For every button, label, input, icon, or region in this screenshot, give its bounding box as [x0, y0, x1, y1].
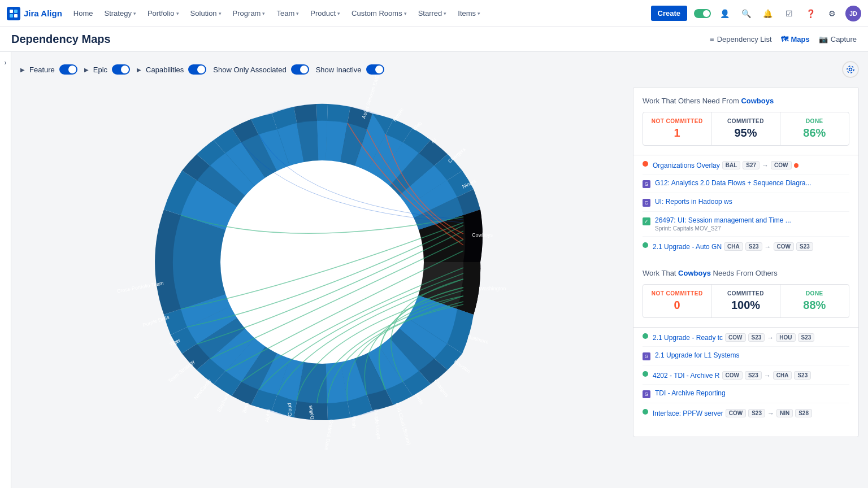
nav-home[interactable]: Home — [69, 6, 98, 21]
dep-title-upgrade[interactable]: 2.1 Upgrade - Auto GN — [653, 243, 722, 251]
arrow-icon: ▶ — [20, 67, 25, 73]
dep-title-tdi[interactable]: 4202 - TDI - Archive R — [653, 372, 720, 380]
badge-hou: HOU — [776, 333, 795, 342]
dep-dot-red-end — [794, 163, 798, 168]
dep-badges: 2.1 Upgrade - Auto GN CHA S23 → COW S23 — [653, 242, 849, 251]
settings-icon[interactable]: ⚙ — [824, 6, 840, 21]
dep-item-g12: G G12: Analytics 2.0 Data Flows + Sequen… — [643, 175, 849, 193]
section1-team-link[interactable]: Cowboys — [741, 97, 774, 105]
nav-starred[interactable]: Starred▾ — [414, 6, 452, 21]
badge-s23-hou: S23 — [798, 333, 815, 342]
nav-custom-rooms[interactable]: Custom Rooms▾ — [347, 6, 411, 21]
settings-wheel-icon — [846, 65, 855, 74]
list-icon: ≡ — [710, 35, 714, 43]
filter-epic-toggle[interactable] — [112, 64, 130, 75]
page-header: Dependency Maps ≡ Dependency List 🗺 Maps… — [0, 27, 868, 52]
maps-link[interactable]: 🗺 Maps — [781, 35, 810, 43]
dep-item-tdi: 4202 - TDI - Archive R COW S23 → CHA S23 — [643, 365, 849, 385]
filter-feature-toggle[interactable] — [59, 64, 77, 75]
avatar[interactable]: JD — [845, 6, 861, 21]
dep-content: 2.1 Upgrade - Auto GN CHA S23 → COW S23 — [653, 241, 849, 251]
filter-capabilities-toggle[interactable] — [188, 64, 206, 75]
filter-capabilities: ▶ Capabilities — [137, 64, 206, 75]
svg-point-5 — [847, 66, 854, 73]
label-birds: Birds — [414, 392, 424, 405]
badge-s27-from: S27 — [743, 161, 760, 169]
stat-committed-2: COMMITTED 100% — [711, 285, 780, 317]
nav-items[interactable]: Items▾ — [453, 6, 485, 21]
dep-title-ppfw[interactable]: Interface: PPFW server — [653, 409, 723, 417]
dep-item-ppfw: Interface: PPFW server COW S23 → NIN S28 — [643, 403, 849, 422]
dep-content: 2.1 Upgrade for L1 Systems — [655, 351, 849, 359]
svg-point-4 — [849, 68, 852, 71]
capture-link[interactable]: 📷 Capture — [819, 35, 857, 43]
dep-title-l1[interactable]: 2.1 Upgrade for L1 Systems — [655, 351, 739, 359]
nav-strategy[interactable]: Strategy▾ — [99, 6, 140, 21]
nav-solution[interactable]: Solution▾ — [186, 6, 226, 21]
stat-label-c2: COMMITTED — [717, 290, 774, 297]
dep-item-upgrade-gn: 2.1 Upgrade - Auto GN CHA S23 → COW S23 — [643, 237, 849, 255]
toggle-switch[interactable] — [694, 9, 711, 18]
dep-dot-red — [643, 161, 648, 167]
svg-rect-0 — [10, 10, 13, 13]
stat-value-committed: 95% — [717, 127, 774, 140]
chevron-down-icon: ▾ — [133, 11, 136, 16]
panel-section-2: Work That Cowboys Needs From Others NOT … — [633, 260, 858, 328]
filter-feature: ▶ Feature — [20, 64, 77, 75]
help-icon[interactable]: ❓ — [802, 6, 818, 21]
stat-value-nc2: 0 — [649, 299, 705, 312]
stats-grid-1: NOT COMMITTED 1 COMMITTED 95% DONE 86% — [643, 112, 849, 146]
create-button[interactable]: Create — [651, 6, 687, 21]
arrow-icon: ▶ — [84, 67, 89, 73]
section2-team-link[interactable]: Cowboys — [678, 269, 711, 277]
dep-item-ui-reports: G UI: Reports in Hadoop ws — [643, 193, 849, 212]
filter-show-only-toggle[interactable] — [291, 64, 309, 75]
label-elephant: Elephant — [216, 392, 230, 413]
stat-label-not-committed: NOT COMMITTED — [649, 118, 705, 124]
user-icon[interactable]: 👤 — [717, 6, 732, 21]
dep-item-l1: G 2.1 Upgrade for L1 Systems — [643, 347, 849, 365]
label-alpha: Alpha — [264, 409, 271, 422]
diagram-settings-button[interactable] — [842, 61, 859, 78]
dep-title[interactable]: Organizations Overlay — [653, 162, 720, 169]
filter-capabilities-label: Capabilities — [146, 66, 184, 74]
stat-committed-1: COMMITTED 95% — [711, 112, 780, 145]
filter-feature-label: Feature — [29, 66, 55, 74]
label-cowboys: Cowboys — [472, 232, 493, 238]
dep-title-ready[interactable]: 2.1 Upgrade - Ready tc — [653, 334, 723, 342]
stat-not-committed-1: NOT COMMITTED 1 — [643, 112, 711, 145]
sidebar-toggle[interactable]: › — [0, 52, 11, 488]
nav-product[interactable]: Product▾ — [306, 6, 345, 21]
nav-team[interactable]: Team▾ — [272, 6, 303, 21]
dep-title-session[interactable]: 26497: UI: Session management and Time .… — [655, 216, 791, 224]
dep-arrow: → — [762, 162, 769, 169]
bell-icon[interactable]: 🔔 — [760, 6, 775, 21]
app-logo[interactable]: Jira Align — [7, 7, 62, 20]
dep-content: UI: Reports in Hadoop ws — [655, 198, 849, 206]
label-niners: Chargers — [433, 378, 450, 398]
svg-rect-1 — [14, 10, 18, 13]
logo-icon — [7, 7, 20, 20]
chevron-down-icon: ▾ — [478, 11, 480, 16]
chevron-down-icon: ▾ — [404, 11, 407, 16]
filter-show-inactive-toggle[interactable] — [366, 64, 384, 75]
nav-portfolio[interactable]: Portfolio▾ — [143, 6, 184, 21]
badge-cow-ppfw: COW — [726, 409, 746, 417]
label-cloud: Cloud — [287, 403, 293, 416]
chord-diagram-container[interactable]: Cowboys Washington Baltimore Houston Cha… — [20, 87, 624, 437]
search-icon[interactable]: 🔍 — [738, 6, 754, 21]
nav-program[interactable]: Program▾ — [228, 6, 270, 21]
chord-diagram[interactable]: Cowboys Washington Baltimore Houston Cha… — [147, 87, 497, 437]
dep-title-g12[interactable]: G12: Analytics 2.0 Data Flows + Sequence… — [655, 179, 811, 187]
dep-arrow: → — [767, 334, 774, 342]
check-icon[interactable]: ☑ — [781, 6, 797, 21]
label-washington: Washington — [479, 286, 506, 291]
dep-dot-green-4 — [643, 409, 648, 415]
dependency-list-link[interactable]: ≡ Dependency List — [710, 35, 771, 43]
dep-title-tdi-archive[interactable]: TDI - Archive Reporting — [655, 389, 726, 397]
stat-done-2: DONE 88% — [780, 285, 849, 317]
badge-s23-ppfw: S23 — [748, 409, 765, 417]
dep-title-ui[interactable]: UI: Reports in Hadoop ws — [655, 198, 732, 206]
dep-sprint: Sprint: Capitals MOV_S27 — [655, 225, 849, 232]
diagram-area: Cowboys Washington Baltimore Houston Cha… — [20, 87, 859, 437]
